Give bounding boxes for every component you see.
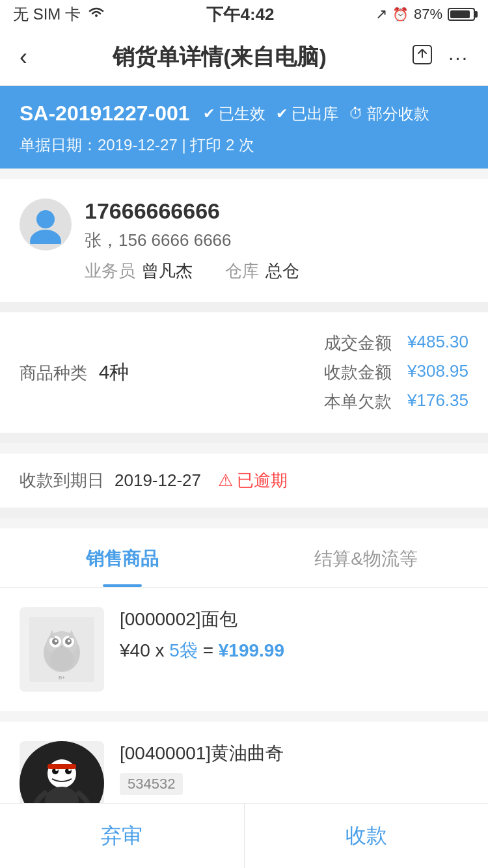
wifi-icon [87, 5, 105, 23]
salesperson-label: 业务员 [85, 260, 135, 282]
divider-3 [0, 508, 488, 518]
clock-icon: ⏱ [349, 105, 363, 122]
amount-line-1: 成交金额 ¥485.30 [324, 332, 468, 355]
amount-line-2: 收款金额 ¥308.95 [324, 361, 468, 384]
cancel-button[interactable]: 弃审 [0, 804, 244, 868]
battery-percent: 87% [414, 6, 442, 23]
received-label: 收款金额 [324, 361, 392, 384]
product-info-1: [0000002]面包 ¥40 x 5袋 = ¥199.99 [120, 607, 468, 663]
customer-meta: 业务员 曾凡杰 仓库 总仓 [85, 260, 468, 282]
back-button[interactable]: ‹ [20, 44, 27, 71]
amount-line-3: 本单欠款 ¥176.35 [324, 390, 468, 413]
status-shipped: ✔ 已出库 [276, 103, 338, 124]
warehouse-item: 仓库 总仓 [225, 260, 299, 282]
svg-point-10 [55, 640, 57, 642]
confirm-button[interactable]: 收款 [244, 804, 489, 868]
header-date: 单据日期：2019-12-27 | 打印 2 次 [20, 135, 468, 156]
owed-value: ¥176.35 [407, 390, 468, 413]
owed-label: 本单欠款 [324, 390, 392, 413]
price-total-1: ¥199.99 [219, 640, 284, 660]
salesperson-value: 曾凡杰 [142, 260, 193, 282]
status-partial: ⏱ 部分收款 [349, 103, 429, 124]
page-title: 销货单详情(来自电脑) [113, 42, 327, 72]
alarm-icon: ⏰ [392, 7, 409, 22]
check-icon-1: ✔ [203, 105, 215, 122]
product-image-1: B+ [20, 607, 104, 692]
product-name-1: [0000002]面包 [120, 607, 468, 632]
summary-row: 商品种类 4种 成交金额 ¥485.30 收款金额 ¥308.95 本单欠款 ¥… [20, 332, 468, 413]
due-label: 收款到期日 [20, 469, 104, 492]
battery-icon [448, 8, 475, 21]
warehouse-value: 总仓 [265, 260, 299, 282]
nav-bar: ‹ 销货单详情(来自电脑) ··· [0, 29, 488, 86]
due-section: 收款到期日 2019-12-27 ⚠ 已逾期 [0, 454, 488, 508]
share-button[interactable] [412, 44, 433, 70]
avatar [20, 198, 72, 251]
svg-text:B+: B+ [59, 675, 65, 681]
check-icon-2: ✔ [276, 105, 288, 122]
svg-point-1 [36, 210, 55, 228]
overdue-text: 已逾期 [237, 469, 288, 492]
type-count: 4种 [99, 361, 129, 383]
svg-rect-23 [47, 764, 76, 769]
status-time: 下午4:42 [206, 3, 274, 26]
carrier-text: 无 SIM 卡 [13, 4, 81, 25]
header-banner: SA-20191227-001 ✔ 已生效 ✔ 已出库 ⏱ 部分收款 单据日期：… [0, 86, 488, 169]
more-button[interactable]: ··· [448, 46, 468, 68]
tab-products[interactable]: 销售商品 [0, 528, 244, 587]
status-badges: ✔ 已生效 ✔ 已出库 ⏱ 部分收款 [203, 103, 429, 124]
product-price-1: ¥40 x 5袋 = ¥199.99 [120, 638, 468, 663]
amount-label: 成交金额 [324, 332, 392, 355]
status-right: ↗ ⏰ 87% [375, 6, 475, 23]
divider-1 [0, 302, 488, 312]
warehouse-label: 仓库 [225, 260, 259, 282]
tab-settlement[interactable]: 结算&物流等 [244, 528, 488, 587]
amount-value: ¥485.30 [407, 332, 468, 355]
product-tag-2: 534532 [120, 773, 183, 795]
price-qty-1: 5袋 [169, 640, 198, 660]
customer-section: 17666666666 张，156 6666 6666 业务员 曾凡杰 仓库 总… [0, 179, 488, 302]
location-icon: ↗ [375, 6, 387, 23]
price-base-1: ¥40 [120, 640, 150, 660]
product-card-1: B+ [0000002]面包 ¥40 x 5袋 = ¥199.99 [0, 588, 488, 711]
customer-name-phone: 张，156 6666 6666 [85, 229, 468, 252]
received-value: ¥308.95 [407, 361, 468, 384]
order-id: SA-20191227-001 [20, 102, 190, 126]
tabs-row: 销售商品 结算&物流等 [0, 528, 488, 587]
salesperson-item: 业务员 曾凡杰 [85, 260, 193, 282]
svg-point-2 [30, 230, 61, 244]
tabs-section: 销售商品 结算&物流等 [0, 528, 488, 588]
bottom-bar: 弃审 收款 [0, 803, 488, 868]
type-label: 商品种类 [20, 363, 87, 383]
status-effective: ✔ 已生效 [203, 103, 265, 124]
product-count: 商品种类 4种 [20, 359, 129, 386]
amounts-right: 成交金额 ¥485.30 收款金额 ¥308.95 本单欠款 ¥176.35 [324, 332, 468, 413]
status-left: 无 SIM 卡 [13, 4, 105, 25]
overdue-badge: ⚠ 已逾期 [218, 469, 288, 492]
nav-actions: ··· [412, 44, 468, 70]
customer-info: 17666666666 张，156 6666 6666 业务员 曾凡杰 仓库 总… [85, 198, 468, 282]
product-name-2: [00400001]黄油曲奇 [120, 741, 468, 766]
svg-point-15 [50, 647, 74, 671]
overdue-icon: ⚠ [218, 470, 233, 491]
divider-2 [0, 433, 488, 443]
status-bar: 无 SIM 卡 下午4:42 ↗ ⏰ 87% [0, 0, 488, 29]
due-date: 2019-12-27 [115, 470, 201, 491]
svg-point-18 [47, 759, 76, 788]
summary-section: 商品种类 4种 成交金额 ¥485.30 收款金额 ¥308.95 本单欠款 ¥… [0, 312, 488, 433]
customer-id: 17666666666 [85, 198, 468, 224]
svg-point-11 [68, 640, 70, 642]
